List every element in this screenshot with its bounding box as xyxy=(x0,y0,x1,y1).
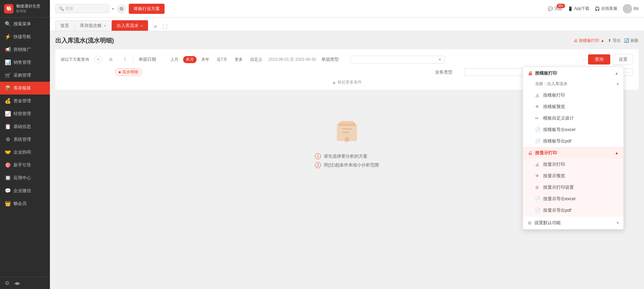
export-label: 导出 xyxy=(613,38,621,44)
svg-text:?: ? xyxy=(346,138,348,141)
user-avatar[interactable]: Rit xyxy=(623,4,639,14)
sidebar-item-label: 应用中心 xyxy=(13,175,31,181)
maximize-button[interactable]: ⛶ xyxy=(161,23,169,31)
current-template-row: 当前：出入库流水 ▾ xyxy=(523,80,623,89)
filter-settings-button[interactable]: ⚙ xyxy=(107,56,115,63)
set-default-footer[interactable]: ⚙ 设置默认功能 ▾ xyxy=(523,216,623,229)
clipboard-icon: 📋 xyxy=(5,124,11,130)
sidebar-bottom: ⚙ ◀▶ xyxy=(0,277,50,289)
printer-icon: 🖨 xyxy=(574,38,578,43)
settings-icon: ⚙ xyxy=(528,220,532,226)
tabs-bar: 首页 库存批次账 × 出入库流水 × ✕ ⛶ xyxy=(50,18,644,31)
date-tab-current-year[interactable]: 本年 xyxy=(199,56,212,63)
sidebar-item-system[interactable]: ⚙ 系统管理 xyxy=(0,133,50,146)
display-export-excel-item[interactable]: 📄 按显示导出excel xyxy=(523,193,623,205)
sidebar-item-finance[interactable]: 💰 资金管理 xyxy=(0,95,50,107)
tab-flow-label: 出入库流水 xyxy=(117,23,139,29)
display-preview-item[interactable]: 👁 按显示预览 xyxy=(523,170,623,182)
query-button[interactable]: 查询 xyxy=(588,54,610,64)
sidebar-item-basic-info[interactable]: 📋 基础信息 xyxy=(0,120,50,133)
template-print-header-left: 🖨 按模板打印 xyxy=(528,70,557,76)
sidebar-item-app-center[interactable]: 🔲 应用中心 xyxy=(0,172,50,184)
date-tab-custom[interactable]: 自定义 xyxy=(247,56,265,63)
date-tab-more[interactable]: 更多 xyxy=(232,56,245,63)
template-preview-label: 按模板预览 xyxy=(543,104,565,110)
sidebar-item-guide[interactable]: 🎯 新手引导 xyxy=(0,159,50,172)
chevron-down-icon[interactable]: ▾ xyxy=(617,82,619,86)
industry-solution-button[interactable]: 体验行业方案 xyxy=(129,4,165,14)
settings-icon[interactable]: ⚙ xyxy=(5,280,9,286)
sidebar-item-operations[interactable]: 📈 经营管理 xyxy=(0,107,50,120)
printer-icon: 🖨 xyxy=(535,93,540,98)
display-export-pdf-label: 按显示导出pdf xyxy=(543,207,571,213)
handshake-icon: 🤝 xyxy=(5,149,11,155)
display-print-section: 🖨 按显示打印 ▲ 🖨 按显示打印 👁 按显示预览 ⚙ 按显示打印设置 xyxy=(523,147,623,216)
doctype-select[interactable]: ▾ xyxy=(350,56,445,63)
more-options-icon[interactable]: ··· xyxy=(582,57,585,62)
tab-batch-account-close[interactable]: × xyxy=(104,24,106,28)
display-export-excel-label: 按显示导出excel xyxy=(543,196,575,202)
sidebar-item-marketing[interactable]: 📢 营销推广 xyxy=(0,43,50,56)
print-template-button[interactable]: 🖨 按模板打印 ▲ xyxy=(574,38,605,44)
online-service-button[interactable]: 🎧 在线客服 xyxy=(595,6,617,11)
display-print-settings-item[interactable]: ⚙ 按显示打印设置 xyxy=(523,182,623,193)
message-icon: 💬 xyxy=(548,6,553,11)
template-design-item[interactable]: ✏ 模板自定义设计 xyxy=(523,112,623,124)
sidebar-item-quick-nav[interactable]: ⚡ 快捷导航 xyxy=(0,30,50,43)
set-button[interactable]: 设置 xyxy=(613,54,633,65)
sidebar-item-member[interactable]: 👑 畅会员 xyxy=(0,197,50,210)
sidebar-item-label: 系统管理 xyxy=(13,136,31,142)
refresh-button[interactable]: 🔄 刷新 xyxy=(624,38,639,44)
printer-icon: 🖨 xyxy=(528,150,532,156)
sidebar-item-sales[interactable]: 📊 销售管理 xyxy=(0,56,50,69)
sidebar-item-purchase[interactable]: 🛒 采购管理 xyxy=(0,69,50,82)
avatar xyxy=(623,4,632,14)
tab-flow[interactable]: 出入库流水 × xyxy=(112,20,148,31)
sidebar-item-label: 经营管理 xyxy=(13,111,31,117)
settings-button[interactable]: ⚙ xyxy=(117,4,126,14)
doctype-filter-label: 单据类型 xyxy=(321,56,345,62)
display-print-title: 按显示打印 xyxy=(535,150,557,156)
business-type-select[interactable]: ▾ xyxy=(464,68,531,76)
message-button[interactable]: 💬 消息 99+ xyxy=(548,6,562,11)
topbar-left: 🔍 搜索 ▾ ⚙ 体验行业方案 xyxy=(55,4,545,14)
template-export-excel-item[interactable]: 📄 按模板导出excel xyxy=(523,124,623,135)
template-preview-item[interactable]: 👁 按模板预览 xyxy=(523,101,623,112)
display-print-item[interactable]: 🖨 按显示打印 xyxy=(523,159,623,170)
display-export-pdf-item[interactable]: 📄 按显示导出pdf xyxy=(523,205,623,216)
template-print-item[interactable]: 🖨 按模板打印 xyxy=(523,89,623,101)
topbar-search[interactable]: 🔍 搜索 xyxy=(55,4,109,13)
megaphone-icon: 📢 xyxy=(5,47,11,53)
date-tab-last-7[interactable]: 近7天 xyxy=(214,56,230,63)
svg-rect-4 xyxy=(342,132,349,133)
sidebar-item-inventory[interactable]: 📦 库存核算 xyxy=(0,82,50,95)
sidebar-item-cooperation[interactable]: 🤝 企业协同 xyxy=(0,146,50,159)
template-export-pdf-item[interactable]: 📄 按模板导出pdf xyxy=(523,135,623,147)
filter-tag[interactable]: 流水明细 xyxy=(115,68,142,76)
phone-icon: 📱 xyxy=(568,6,573,11)
sidebar-item-wechat[interactable]: 💬 企业微信 xyxy=(0,184,50,197)
close-tab-button[interactable]: ✕ xyxy=(151,23,159,31)
display-print-header[interactable]: 🖨 按显示打印 ▲ xyxy=(523,147,623,159)
app-download-label: App下载 xyxy=(574,6,589,11)
filter-add-button[interactable]: + xyxy=(94,56,102,63)
empty-steps: 1 请先选择要分析的方案 2 用[过滤]条件来缩小分析范围 xyxy=(315,153,379,171)
sidebar-item-label: 搜索菜单 xyxy=(13,21,31,27)
collapse-icon[interactable]: ◀▶ xyxy=(14,281,20,286)
sidebar-item-search-menu[interactable]: 🔍 搜索菜单 xyxy=(0,18,50,30)
more-icon: ··· xyxy=(626,70,630,74)
date-tab-current-month[interactable]: 本月 xyxy=(183,56,197,63)
chevron-down-icon[interactable]: ▾ xyxy=(112,6,114,11)
separator xyxy=(133,56,133,62)
sidebar-item-label: 采购管理 xyxy=(13,72,31,78)
template-print-header[interactable]: 🖨 按模板打印 ▲ xyxy=(523,67,623,80)
app-download-button[interactable]: 📱 App下载 xyxy=(568,6,589,11)
filter-collapse-icon[interactable]: 《 xyxy=(120,56,127,63)
tab-flow-close[interactable]: × xyxy=(141,24,143,28)
export-button[interactable]: ⬆ 导出 xyxy=(608,38,621,44)
tab-batch-account[interactable]: 库存批次账 × xyxy=(75,20,111,31)
date-tab-last-month[interactable]: 上月 xyxy=(168,56,181,63)
chevron-up-icon: ▲ xyxy=(332,80,336,85)
collapse-button[interactable]: ▲ 收起更多条件 xyxy=(332,79,362,85)
tab-home[interactable]: 首页 xyxy=(55,20,74,31)
